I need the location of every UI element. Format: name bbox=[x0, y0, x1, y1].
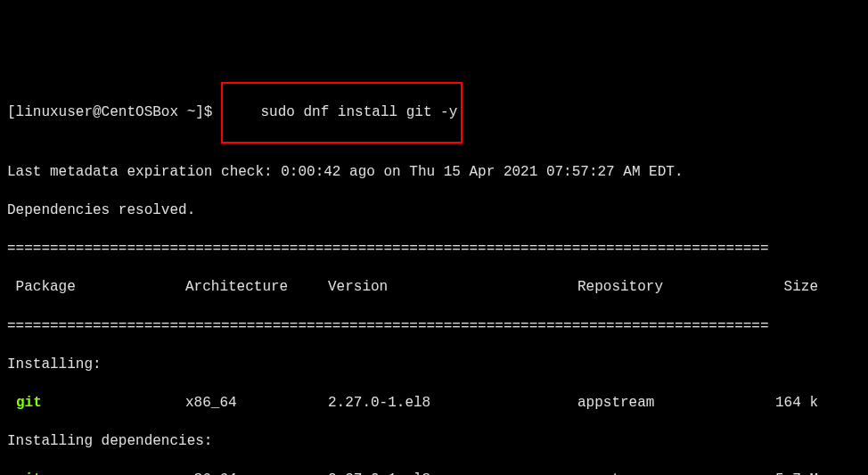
header-size: Size bbox=[756, 278, 818, 298]
divider-top: ========================================… bbox=[7, 240, 861, 259]
deps-resolved-line: Dependencies resolved. bbox=[7, 201, 861, 221]
package-row: git-corex86_642.27.0-1.el8appstream5.7 M bbox=[7, 471, 861, 475]
package-version: 2.27.0-1.el8 bbox=[328, 471, 577, 475]
package-size: 5.7 M bbox=[756, 471, 818, 475]
package-repo: appstream bbox=[577, 471, 756, 475]
installing-deps-label: Installing dependencies: bbox=[7, 432, 861, 452]
package-name: git-core bbox=[16, 471, 85, 475]
header-version: Version bbox=[328, 278, 577, 298]
header-architecture: Architecture bbox=[185, 278, 328, 298]
package-version: 2.27.0-1.el8 bbox=[328, 394, 577, 414]
package-name: git bbox=[16, 395, 42, 411]
command-highlight-box: sudo dnf install git -y bbox=[221, 82, 463, 143]
package-size: 164 k bbox=[756, 394, 818, 414]
prompt-line: [linuxuser@CentOSBox ~]$ sudo dnf instal… bbox=[7, 82, 861, 143]
command-text: sudo dnf install git -y bbox=[260, 104, 457, 120]
package-arch: x86_64 bbox=[185, 471, 328, 475]
header-package: Package bbox=[7, 278, 185, 298]
shell-prompt: [linuxuser@CentOSBox ~]$ bbox=[7, 103, 221, 123]
installing-label: Installing: bbox=[7, 356, 861, 375]
metadata-line: Last metadata expiration check: 0:00:42 … bbox=[7, 163, 861, 183]
header-repository: Repository bbox=[577, 278, 756, 298]
divider-header: ========================================… bbox=[7, 317, 861, 337]
package-arch: x86_64 bbox=[185, 394, 328, 414]
table-header: PackageArchitectureVersionRepositorySize bbox=[7, 278, 861, 298]
package-repo: appstream bbox=[577, 394, 756, 414]
package-row: gitx86_642.27.0-1.el8appstream164 k bbox=[7, 394, 861, 414]
